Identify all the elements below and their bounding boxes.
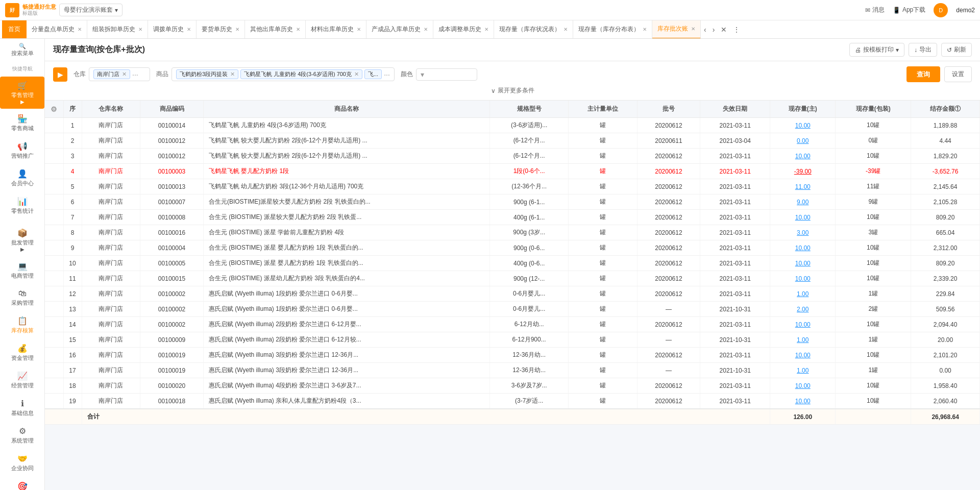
td-stock-pack: 11罐: [836, 179, 911, 194]
tab-material-outbound[interactable]: 材料出库单历史 ✕: [306, 20, 366, 39]
td-stock-main[interactable]: 2.00: [770, 302, 836, 317]
tab-cost-adjust[interactable]: 成本调整单历史 ✕: [433, 20, 494, 39]
sidebar-item-basic-info[interactable]: ℹ 基础信息: [0, 395, 44, 421]
sidebar-item-enterprise[interactable]: 🤝 企业协同: [0, 450, 44, 476]
sidebar-item-member[interactable]: 👤 会员中心: [0, 165, 44, 191]
th-settings[interactable]: ⚙: [45, 101, 63, 118]
tab-disassemble-close[interactable]: ✕: [138, 27, 142, 32]
warehouse-tag-remove[interactable]: ✕: [122, 71, 127, 78]
tab-stock-status-close[interactable]: ✕: [564, 27, 568, 32]
app-download-btn[interactable]: 📱 App下载: [893, 6, 925, 14]
td-stock-main[interactable]: 10.00: [770, 240, 836, 256]
goods-more[interactable]: ···: [384, 70, 390, 79]
tab-other-outbound[interactable]: 其他出库单历史 ✕: [245, 20, 306, 39]
td-stock-main[interactable]: 10.00: [770, 378, 836, 394]
td-stock-main[interactable]: 10.00: [770, 256, 836, 271]
tab-batch-voucher-close[interactable]: ✕: [691, 26, 695, 32]
tab-close-all-btn[interactable]: ✕: [718, 26, 730, 34]
refresh-btn[interactable]: ↺ 刷新: [941, 43, 972, 57]
goods-input[interactable]: 飞鹤奶粉3段丙提装 ✕ 飞鹤星飞帆 儿童奶粉 4段(3-6岁适用) 700克 ✕…: [172, 67, 395, 81]
tab-batch-voucher[interactable]: 库存批次账 ✕: [652, 20, 701, 39]
sidebar-item-retail-mgmt[interactable]: 🛒 零售管理 ▶: [0, 77, 44, 109]
td-stock-main[interactable]: 1.00: [770, 363, 836, 378]
tab-home[interactable]: 首页: [2, 20, 27, 39]
expand-filters-btn[interactable]: ▶: [53, 67, 67, 82]
td-stock-main[interactable]: -39.00: [770, 164, 836, 179]
table-row: 13 南岸门店 00100002 惠氏启赋 (Wyeth illuma) 1段奶…: [45, 302, 980, 317]
sidebar-item-system[interactable]: ⚙ 系统管理: [0, 422, 44, 449]
td-stock-main[interactable]: 3.00: [770, 225, 836, 240]
td-stock-main[interactable]: 10.00: [770, 348, 836, 363]
sidebar-item-inventory[interactable]: 📋 库存核算: [0, 312, 44, 338]
warehouse-more[interactable]: ···: [132, 70, 138, 79]
td-stock-main[interactable]: 10.00: [770, 149, 836, 164]
tab-transfer[interactable]: 调拨单历史 ✕: [148, 20, 197, 39]
tab-other-outbound-close[interactable]: ✕: [296, 27, 300, 32]
td-stock-main[interactable]: 0.00: [770, 133, 836, 149]
td-stock-pack: 10罐: [836, 240, 911, 256]
tab-transfer-close[interactable]: ✕: [187, 27, 191, 32]
td-unit: 罐: [568, 179, 637, 194]
sidebar-item-marketing[interactable]: 📢 营销推广: [0, 137, 44, 164]
sidebar-item-retail-stats[interactable]: 📊 零售统计: [0, 192, 44, 219]
tab-menu-btn[interactable]: ⋮: [730, 26, 743, 34]
tab-product-inbound-close[interactable]: ✕: [424, 27, 428, 32]
td-stock-main[interactable]: 10.00: [770, 210, 836, 225]
td-balance: 2,101.20: [911, 348, 980, 363]
td-no: 9: [63, 240, 82, 256]
sidebar-item-operations[interactable]: 📈 经营管理: [0, 367, 44, 394]
td-warehouse: 南岸门店: [82, 302, 140, 317]
workspace-selector[interactable]: 母婴行业演示账套 ▾: [59, 4, 122, 16]
td-stock-main[interactable]: 11.00: [770, 179, 836, 194]
sidebar-item-finance[interactable]: 💰 资金管理: [0, 339, 44, 366]
footer-total-balance: 26,968.64: [911, 409, 980, 425]
settings-btn[interactable]: 设置: [944, 66, 972, 82]
color-input[interactable]: ▾: [416, 68, 477, 81]
color-dropdown[interactable]: ▾: [421, 70, 424, 79]
tab-stock-dist-close[interactable]: ✕: [643, 27, 647, 32]
warehouse-input[interactable]: 南岸门店 ✕ ···: [89, 67, 150, 81]
sidebar-search[interactable]: 🔍 搜索菜单: [0, 39, 44, 61]
tab-material-outbound-close[interactable]: ✕: [357, 27, 361, 32]
td-stock-main[interactable]: 10.00: [770, 271, 836, 286]
td-code: 00100016: [140, 225, 204, 240]
table-row: 17 南岸门店 00100019 惠氏启赋 (Wyeth illuma) 3段奶…: [45, 363, 980, 378]
tab-split-history-close[interactable]: ✕: [78, 27, 82, 32]
sidebar-item-purchase[interactable]: 🛍 采购管理: [0, 285, 44, 311]
wholesale-icon: 📦: [17, 228, 28, 238]
tab-requisition[interactable]: 要货单历史 ✕: [197, 20, 245, 39]
tab-stock-status[interactable]: 现存量（库存状况表） ✕: [494, 20, 573, 39]
sidebar-item-retail-mall[interactable]: 🏪 零售商城: [0, 110, 44, 136]
query-btn[interactable]: 查询: [906, 66, 940, 82]
export-btn[interactable]: ↓ 导出: [909, 43, 937, 57]
tab-prev-btn[interactable]: ‹: [701, 26, 709, 34]
td-stock-main[interactable]: 9.00: [770, 194, 836, 210]
header-actions: 🖨 按模板打印 ▾ ↓ 导出 ↺ 刷新: [849, 43, 972, 57]
td-settings: [45, 286, 63, 302]
tab-cost-adjust-close[interactable]: ✕: [484, 27, 488, 32]
td-batch: 20200612: [637, 240, 700, 256]
message-btn[interactable]: ✉ 消息: [865, 6, 885, 14]
tab-product-inbound[interactable]: 产成品入库单历史 ✕: [366, 20, 433, 39]
user-avatar[interactable]: D: [934, 3, 948, 17]
tab-stock-dist[interactable]: 现存量（库存分布表） ✕: [573, 20, 652, 39]
goods-tag-1-remove[interactable]: ✕: [230, 71, 235, 78]
tab-split-history[interactable]: 分量盘点单历史 ✕: [27, 20, 87, 39]
tab-disassemble[interactable]: 组装拆卸单历史 ✕: [87, 20, 148, 39]
template-print-btn[interactable]: 🖨 按模板打印 ▾: [849, 43, 904, 57]
sidebar-item-wholesale[interactable]: 📦 批发管理 ▶: [0, 224, 44, 256]
td-code: 00100015: [140, 271, 204, 286]
tab-next-btn[interactable]: ›: [709, 26, 718, 34]
sidebar-item-ecommerce[interactable]: 💻 电商管理: [0, 257, 44, 284]
goods-tag-2-remove[interactable]: ✕: [354, 71, 359, 78]
td-balance: 4.44: [911, 133, 980, 149]
td-stock-main[interactable]: 1.00: [770, 332, 836, 348]
td-stock-main[interactable]: 10.00: [770, 394, 836, 409]
td-stock-main[interactable]: 1.00: [770, 286, 836, 302]
sidebar-item-new-guide[interactable]: 🎯 新手引导: [0, 477, 44, 490]
expand-more-btn[interactable]: ∨ 展开更多条件: [53, 86, 972, 95]
td-stock-main[interactable]: 10.00: [770, 317, 836, 332]
tab-requisition-close[interactable]: ✕: [235, 27, 239, 32]
td-settings: [45, 332, 63, 348]
td-stock-main[interactable]: 10.00: [770, 118, 836, 133]
